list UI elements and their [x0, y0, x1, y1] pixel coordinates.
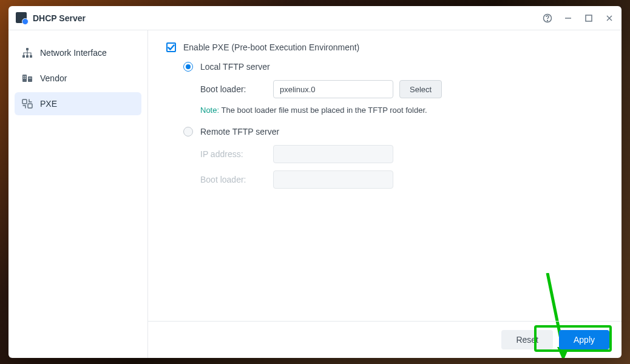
- window-controls: [543, 13, 614, 23]
- enable-pxe-checkbox[interactable]: [166, 42, 176, 52]
- svg-rect-10: [22, 75, 27, 82]
- ip-address-label: IP address:: [200, 149, 273, 159]
- content-area: Network Interface Vendor PXE: [8, 30, 622, 358]
- close-icon[interactable]: [605, 13, 614, 23]
- minimize-icon[interactable]: [563, 13, 573, 23]
- enable-pxe-label: Enable PXE (Pre-boot Execution Environme…: [183, 42, 359, 52]
- footer: Reset Apply: [148, 321, 622, 358]
- remote-tftp-label: Remote TFTP server: [200, 127, 279, 136]
- local-tftp-label: Local TFTP server: [200, 62, 270, 72]
- sidebar-item-label: Vendor: [40, 73, 67, 83]
- reset-button[interactable]: Reset: [501, 330, 553, 349]
- svg-rect-6: [26, 48, 29, 50]
- svg-rect-19: [28, 104, 32, 108]
- svg-rect-14: [24, 78, 25, 79]
- note-text: The boot loader file must be placed in t…: [219, 106, 427, 115]
- enable-pxe-row: Enable PXE (Pre-boot Execution Environme…: [166, 42, 603, 52]
- help-icon[interactable]: [543, 13, 552, 23]
- app-icon: [16, 12, 28, 24]
- ip-address-input: [273, 145, 393, 163]
- local-tftp-row: Local TFTP server: [183, 62, 603, 72]
- svg-rect-7: [22, 55, 25, 58]
- svg-rect-17: [30, 78, 32, 79]
- sidebar-item-network-interface[interactable]: Network Interface: [15, 41, 141, 64]
- sidebar-item-label: PXE: [40, 99, 57, 109]
- remote-tftp-radio[interactable]: [183, 127, 193, 136]
- tftp-radio-group: Local TFTP server Boot loader: Select No…: [183, 62, 603, 189]
- sidebar: Network Interface Vendor PXE: [8, 30, 148, 358]
- remote-boot-loader-input: [273, 170, 393, 189]
- local-tftp-radio[interactable]: [183, 62, 193, 72]
- maximize-icon[interactable]: [584, 13, 594, 23]
- pxe-icon: [22, 98, 33, 109]
- svg-rect-8: [26, 55, 29, 58]
- window-title: DHCP Server: [33, 13, 543, 23]
- svg-rect-15: [25, 78, 26, 79]
- local-tftp-fields: Boot loader: Select: [200, 80, 603, 98]
- remote-tftp-row: Remote TFTP server: [183, 127, 603, 136]
- sidebar-item-pxe[interactable]: PXE: [15, 92, 141, 115]
- main-panel: Enable PXE (Pre-boot Execution Environme…: [148, 30, 622, 358]
- select-button[interactable]: Select: [399, 80, 442, 98]
- svg-rect-13: [25, 76, 26, 77]
- svg-point-1: [547, 20, 548, 21]
- remote-tftp-fields: IP address: Boot loader:: [200, 145, 603, 189]
- network-icon: [22, 47, 33, 58]
- note-label: Note:: [200, 106, 219, 115]
- sidebar-item-label: Network Interface: [40, 48, 107, 58]
- apply-button[interactable]: Apply: [559, 330, 609, 349]
- svg-rect-3: [586, 15, 592, 21]
- svg-rect-11: [28, 76, 32, 82]
- titlebar: DHCP Server: [8, 6, 622, 30]
- svg-rect-9: [30, 55, 32, 58]
- svg-rect-18: [22, 99, 27, 104]
- svg-rect-12: [24, 76, 25, 77]
- remote-boot-loader-label: Boot loader:: [200, 175, 273, 184]
- ip-address-row: IP address:: [200, 145, 603, 163]
- remote-boot-loader-row: Boot loader:: [200, 170, 603, 189]
- sidebar-item-vendor[interactable]: Vendor: [15, 67, 141, 90]
- boot-loader-row: Boot loader: Select: [200, 80, 603, 98]
- form-area: Enable PXE (Pre-boot Execution Environme…: [148, 30, 622, 321]
- boot-loader-input[interactable]: [273, 80, 393, 98]
- app-window: DHCP Server Network Interface: [8, 6, 622, 358]
- svg-rect-16: [29, 78, 30, 79]
- note-row: Note: The boot loader file must be place…: [200, 106, 603, 115]
- boot-loader-label: Boot loader:: [200, 84, 273, 94]
- vendor-icon: [22, 73, 33, 84]
